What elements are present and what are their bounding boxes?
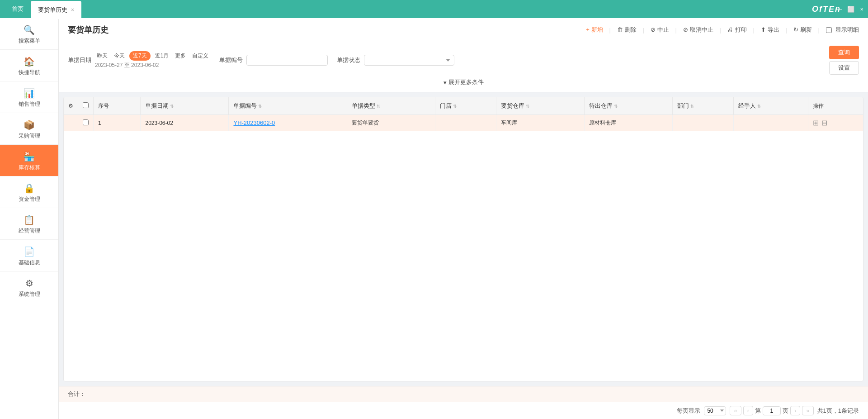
filter-actions: 查询 设置 <box>829 46 859 75</box>
sort-store-icon: ⇅ <box>453 104 457 109</box>
stop-button[interactable]: ⊘ 中止 <box>651 26 669 34</box>
settings-button[interactable]: 设置 <box>829 61 859 75</box>
row-checkbox[interactable] <box>83 119 89 125</box>
page-header: 要货单历史 + 新增 | 🗑 删除 | ⊘ 中止 | ⊘ 取消中止 | 🖨 打印… <box>59 18 868 40</box>
bill-no-input[interactable] <box>246 55 328 66</box>
page-actions: + 新增 | 🗑 删除 | ⊘ 中止 | ⊘ 取消中止 | 🖨 打印 | ⬆ 导… <box>586 26 859 34</box>
th-dept[interactable]: 部门 ⇅ <box>673 97 734 115</box>
system-mgmt-icon: ⚙ <box>25 278 33 289</box>
th-bill-type[interactable]: 单据类型 ⇅ <box>347 97 435 115</box>
td-handler <box>733 115 808 131</box>
sidebar-item-purchase-mgmt[interactable]: 📦 采购管理 <box>0 113 58 145</box>
sort-dept-icon: ⇅ <box>690 104 694 109</box>
th-checkbox <box>78 97 94 115</box>
refresh-button[interactable]: ↻ 刷新 <box>793 26 812 34</box>
date-btn-custom[interactable]: 自定义 <box>190 51 210 61</box>
add-button[interactable]: + 新增 <box>586 26 603 34</box>
th-pending-warehouse[interactable]: 待出仓库 ⇅ <box>585 97 673 115</box>
first-page-btn[interactable]: « <box>730 406 741 415</box>
sidebar-item-finance-mgmt[interactable]: 🔒 资金管理 <box>0 176 58 208</box>
page-size-label: 每页显示 <box>677 407 700 415</box>
operations-mgmt-icon: 📋 <box>24 214 35 225</box>
sidebar-item-basic-info[interactable]: 📄 基础信息 <box>0 240 58 271</box>
export-button[interactable]: ⬆ 导出 <box>761 26 779 34</box>
total-info: 共1页，1条记录 <box>817 407 859 415</box>
display-detail-checkbox-label[interactable]: 显示明细 <box>826 26 859 34</box>
page-title: 要货单历史 <box>68 24 108 35</box>
th-handler[interactable]: 经手人 ⇅ <box>733 97 808 115</box>
date-range-btns: 昨天 今天 近7天 近1月 更多 自定义 <box>95 51 210 61</box>
date-btn-today[interactable]: 今天 <box>112 51 127 61</box>
th-store[interactable]: 门店 ⇅ <box>435 97 496 115</box>
date-btn-7days[interactable]: 近7天 <box>129 51 151 61</box>
td-store <box>435 115 496 131</box>
search-menu-icon: 🔍 <box>24 24 35 35</box>
th-settings[interactable]: ⚙ <box>64 97 78 115</box>
sidebar-item-search-menu[interactable]: 🔍 搜索菜单 <box>0 18 58 50</box>
tab-active[interactable]: 要货单历史 × <box>31 1 81 19</box>
sidebar-item-label-purchase-mgmt: 采购管理 <box>19 132 40 140</box>
page-input[interactable] <box>763 406 781 415</box>
td-no: 1 <box>94 115 141 131</box>
sidebar-item-system-mgmt[interactable]: ⚙ 系统管理 <box>0 271 58 303</box>
sort-reqwh-icon: ⇅ <box>526 104 529 109</box>
table-body: 1 2023-06-02 YH-20230602-0 要货单要货 车间库 原材料… <box>64 115 863 131</box>
print-button[interactable]: 🖨 打印 <box>727 26 747 34</box>
bill-no-link[interactable]: YH-20230602-0 <box>233 119 275 126</box>
sidebar-item-quick-nav[interactable]: 🏠 快捷导航 <box>0 50 58 81</box>
sales-mgmt-icon: 📊 <box>24 88 35 99</box>
cancel-stop-button[interactable]: ⊘ 取消中止 <box>683 26 713 34</box>
td-date: 2023-06-02 <box>141 115 229 131</box>
td-pending-warehouse: 原材料仓库 <box>585 115 673 131</box>
sidebar-item-label-sales-mgmt: 销售管理 <box>19 100 40 108</box>
sidebar-item-operations-mgmt[interactable]: 📋 经营管理 <box>0 208 58 240</box>
sort-pendwh-icon: ⇅ <box>614 104 618 109</box>
page-size-select[interactable]: 50 10 20 100 <box>704 406 726 415</box>
inventory-icon: 🏪 <box>24 151 35 162</box>
th-date[interactable]: 单据日期 ⇅ <box>141 97 229 115</box>
status-select[interactable] <box>364 55 454 66</box>
close-icon[interactable]: × <box>860 6 863 13</box>
bill-no-label: 单据编号 <box>219 56 243 64</box>
content-area: 要货单历史 + 新增 | 🗑 删除 | ⊘ 中止 | ⊘ 取消中止 | 🖨 打印… <box>59 18 868 419</box>
last-page-btn[interactable]: » <box>802 406 813 415</box>
query-button[interactable]: 查询 <box>829 46 859 59</box>
expand-more-btn[interactable]: ▾ 展开更多条件 <box>68 78 859 86</box>
tab-close-icon[interactable]: × <box>71 7 74 13</box>
th-req-warehouse[interactable]: 要货仓库 ⇅ <box>496 97 585 115</box>
sort-handler-icon: ⇅ <box>757 104 761 109</box>
sidebar-item-inventory[interactable]: 🏪 库存核算 <box>0 145 58 176</box>
prev-page-btn[interactable]: ‹ <box>743 406 753 415</box>
table-row: 1 2023-06-02 YH-20230602-0 要货单要货 车间库 原材料… <box>64 115 863 131</box>
sidebar-item-sales-mgmt[interactable]: 📊 销售管理 <box>0 81 58 113</box>
date-label: 单据日期 <box>68 56 91 64</box>
brand-logo: OfTEn <box>812 5 841 14</box>
next-page-btn[interactable]: › <box>790 406 800 415</box>
basic-info-icon: 📄 <box>24 246 35 257</box>
sidebar-item-label-basic-info: 基础信息 <box>19 259 40 267</box>
filter-row: 单据日期 昨天 今天 近7天 近1月 更多 自定义 2023-05-27 至 2… <box>68 46 859 75</box>
table-area: ⚙ 序号 单据日期 ⇅ 单据编 <box>63 97 863 381</box>
summary-bar: 合计： <box>59 386 868 402</box>
display-detail-label: 显示明细 <box>835 26 859 34</box>
date-btn-1month[interactable]: 近1月 <box>153 51 171 61</box>
tab-home[interactable]: 首页 <box>5 0 31 18</box>
status-label: 单据状态 <box>337 56 360 64</box>
summary-label: 合计： <box>68 390 85 398</box>
sort-billno-icon: ⇅ <box>258 104 262 109</box>
tab-active-label: 要货单历史 <box>38 6 67 14</box>
sidebar: 🔍 搜索菜单 🏠 快捷导航 📊 销售管理 📦 采购管理 🏪 库存核算 🔒 资金管… <box>0 18 59 419</box>
restore-icon[interactable]: ⬜ <box>847 6 854 13</box>
display-detail-checkbox[interactable] <box>826 27 832 33</box>
sort-date-icon: ⇅ <box>170 104 174 109</box>
select-all-checkbox[interactable] <box>83 102 89 108</box>
date-btn-yesterday[interactable]: 昨天 <box>95 51 109 61</box>
th-bill-no[interactable]: 单据编号 ⇅ <box>229 97 347 115</box>
delete-button[interactable]: 🗑 删除 <box>617 26 637 34</box>
row-edit-btn[interactable]: ⊞ <box>813 119 819 127</box>
th-no: 序号 <box>94 97 141 115</box>
row-delete-btn[interactable]: ⊟ <box>821 119 827 127</box>
main-layout: 🔍 搜索菜单 🏠 快捷导航 📊 销售管理 📦 采购管理 🏪 库存核算 🔒 资金管… <box>0 18 868 419</box>
filter-bar: 单据日期 昨天 今天 近7天 近1月 更多 自定义 2023-05-27 至 2… <box>59 40 868 92</box>
date-btn-more[interactable]: 更多 <box>173 51 188 61</box>
